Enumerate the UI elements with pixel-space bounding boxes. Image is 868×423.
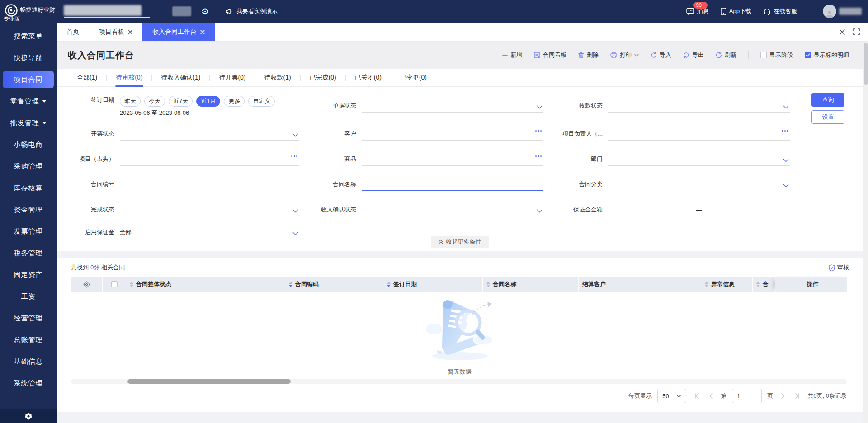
- chip-last-month[interactable]: 近1月: [196, 96, 220, 107]
- page-size-select[interactable]: 50: [657, 389, 686, 403]
- finish-status-select[interactable]: [120, 203, 299, 216]
- sidebar-item-retail[interactable]: 零售管理: [0, 90, 57, 112]
- checkbox-unchecked[interactable]: [111, 281, 118, 287]
- chip-today[interactable]: 今天: [144, 96, 165, 107]
- show-subject-detail-checkbox[interactable]: 显示标的明细: [805, 51, 849, 59]
- column-sign-date[interactable]: 签订日期: [383, 277, 483, 292]
- tab-home[interactable]: 首页: [57, 23, 89, 41]
- department-select[interactable]: [608, 152, 790, 166]
- close-icon[interactable]: [839, 28, 846, 36]
- last-page-button[interactable]: [793, 391, 802, 400]
- audit-button[interactable]: 审核: [829, 263, 849, 272]
- tab-project-board[interactable]: 项目看板: [89, 23, 142, 41]
- collapse-more-filters-button[interactable]: 收起更多条件: [431, 236, 489, 248]
- column-contract-name[interactable]: 合同名称: [483, 277, 579, 292]
- vertical-scrollbar-thumb[interactable]: [864, 43, 868, 85]
- status-tab-changed[interactable]: 已变更(0): [391, 69, 436, 87]
- invoice-status-select[interactable]: [120, 127, 299, 141]
- add-button[interactable]: 新增: [502, 51, 522, 59]
- gear-icon[interactable]: [25, 413, 32, 420]
- income-confirm-status-select[interactable]: [362, 203, 543, 216]
- status-tab-pending-income-confirm[interactable]: 待收入确认(1): [152, 69, 209, 87]
- sidebar-item-wholesale[interactable]: 批发管理: [0, 112, 57, 134]
- found-count-link[interactable]: 0张: [90, 263, 99, 272]
- settings-button[interactable]: 设置: [811, 110, 844, 124]
- project-manager-picker[interactable]: [608, 127, 790, 141]
- contract-no-input[interactable]: [120, 178, 299, 191]
- status-tab-pending-audit[interactable]: 待审核(0): [107, 69, 151, 87]
- import-button[interactable]: 导入: [651, 51, 671, 59]
- status-tab-pending-invoice[interactable]: 待开票(0): [210, 69, 255, 87]
- sidebar-item-ecommerce[interactable]: 小畅电商: [0, 134, 57, 155]
- chip-more[interactable]: 更多: [224, 96, 245, 107]
- sidebar-item-invoice[interactable]: 发票管理: [0, 221, 57, 242]
- sort-icons[interactable]: [756, 282, 760, 287]
- show-stage-checkbox[interactable]: 显示阶段: [760, 51, 793, 59]
- customer-picker[interactable]: [362, 127, 543, 141]
- column-truncated[interactable]: 合: [753, 277, 775, 292]
- online-service-button[interactable]: 在线客服: [763, 7, 797, 15]
- sidebar-item-inventory[interactable]: 库存核算: [0, 177, 57, 199]
- doc-status-select[interactable]: [362, 99, 543, 113]
- close-icon[interactable]: [128, 30, 132, 34]
- enable-deposit-select[interactable]: 全部: [120, 226, 299, 239]
- horizontal-scrollbar-thumb[interactable]: [127, 379, 291, 384]
- column-settings-button[interactable]: [71, 277, 103, 292]
- export-button[interactable]: 导出: [683, 51, 704, 59]
- sort-icons[interactable]: [486, 282, 490, 287]
- project-picker[interactable]: [120, 152, 299, 166]
- contract-board-button[interactable]: 合同看板: [534, 51, 566, 59]
- sidebar-item-quick-nav[interactable]: 快捷导航: [0, 47, 57, 69]
- sidebar-item-basic-info[interactable]: 基础信息: [0, 351, 57, 372]
- user-account[interactable]: [823, 5, 862, 18]
- settings-gear-icon[interactable]: ⚙: [201, 6, 209, 17]
- status-tab-pending-collect[interactable]: 待收款(1): [255, 69, 300, 87]
- date-range-value[interactable]: 2023-05-06 至 2023-06-06: [120, 109, 275, 117]
- checkbox-unchecked[interactable]: [760, 52, 767, 58]
- refresh-button[interactable]: 刷新: [716, 51, 736, 59]
- sort-icons[interactable]: [130, 282, 133, 287]
- vertical-scrollbar[interactable]: [863, 42, 868, 423]
- prev-page-button[interactable]: [706, 391, 715, 400]
- sidebar-item-purchase[interactable]: 采购管理: [0, 155, 57, 177]
- sidebar-item-system[interactable]: 系统管理: [0, 372, 57, 394]
- sidebar-item-search-menu[interactable]: 搜索菜单: [0, 25, 57, 47]
- sidebar-item-funds[interactable]: 资金管理: [0, 199, 57, 221]
- demo-link[interactable]: 我要看实例演示: [226, 7, 278, 15]
- sort-icons[interactable]: [387, 282, 391, 287]
- select-all-checkbox[interactable]: [103, 277, 126, 292]
- contract-category-select[interactable]: [608, 178, 790, 191]
- next-page-button[interactable]: [778, 391, 788, 400]
- sidebar-item-general-ledger[interactable]: 总账管理: [0, 329, 57, 351]
- sidebar-item-operation[interactable]: 经营管理: [0, 307, 57, 329]
- delete-button[interactable]: 删除: [578, 51, 599, 59]
- messages-button[interactable]: 消息 99+: [686, 7, 709, 15]
- chip-custom[interactable]: 自定义: [248, 96, 275, 107]
- page-number-input[interactable]: [732, 389, 762, 403]
- close-icon[interactable]: [200, 30, 205, 34]
- sidebar-item-fixed-assets[interactable]: 固定资产: [0, 264, 57, 286]
- column-abnormal-info[interactable]: 异常信息: [701, 277, 753, 292]
- sidebar-item-payroll[interactable]: 工资: [0, 286, 57, 307]
- first-page-button[interactable]: [692, 391, 701, 400]
- collect-status-select[interactable]: [608, 99, 790, 113]
- status-tab-all[interactable]: 全部(1): [68, 69, 106, 87]
- tab-income-contract-workbench[interactable]: 收入合同工作台: [142, 23, 215, 41]
- sidebar-item-tax[interactable]: 税务管理: [0, 242, 57, 264]
- deposit-max-input[interactable]: [708, 203, 790, 216]
- column-contract-overall-status[interactable]: 合同整体状态: [126, 277, 285, 292]
- horizontal-scrollbar[interactable]: [71, 379, 847, 384]
- query-button[interactable]: 查询: [811, 93, 844, 107]
- contract-name-input[interactable]: [362, 178, 543, 191]
- chip-last7days[interactable]: 近7天: [169, 96, 193, 107]
- goods-picker[interactable]: [362, 152, 543, 166]
- sort-icons[interactable]: [705, 282, 708, 287]
- status-tab-closed[interactable]: 已关闭(0): [346, 69, 391, 87]
- chip-yesterday[interactable]: 昨天: [120, 96, 141, 107]
- print-button[interactable]: 打印: [610, 51, 639, 59]
- sort-icons[interactable]: [289, 282, 292, 287]
- sidebar-item-project-contract[interactable]: 项目合同: [3, 71, 54, 88]
- column-contract-code[interactable]: 合同编码: [285, 277, 383, 292]
- checkbox-checked[interactable]: [805, 52, 811, 58]
- column-settle-customer[interactable]: 结算客户: [579, 277, 701, 292]
